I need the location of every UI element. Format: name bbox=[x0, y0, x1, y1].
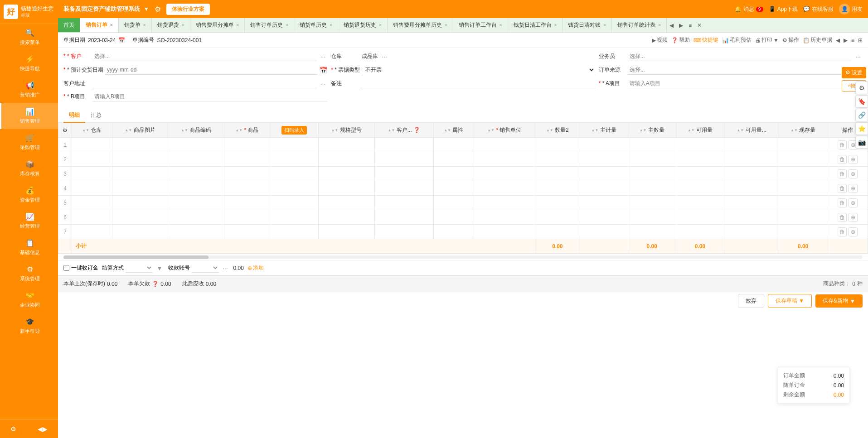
save-new-button[interactable]: 保存&新增 ▼ bbox=[815, 294, 863, 308]
notes-input[interactable] bbox=[360, 79, 595, 88]
save-new-dropdown-icon[interactable]: ▼ bbox=[850, 298, 855, 304]
tab-close-icon[interactable]: × bbox=[110, 23, 113, 28]
detail-tab-summary[interactable]: 汇总 bbox=[85, 109, 107, 123]
invoice-type-select[interactable]: 不开票 bbox=[362, 65, 595, 75]
row-5-copy-btn[interactable]: ⊕ bbox=[849, 198, 858, 207]
side-panel-settings-btn[interactable]: ⚙ bbox=[855, 82, 868, 94]
tab-invoice-history[interactable]: 销货单历史 × bbox=[294, 18, 338, 33]
tab-close-icon-10[interactable]: × bbox=[554, 23, 557, 28]
row-1-delete-btn[interactable]: 🗑 bbox=[838, 140, 847, 149]
sidebar-item-inventory[interactable]: 📦 库存核算 bbox=[0, 155, 58, 182]
tab-close-icon-6[interactable]: × bbox=[330, 23, 332, 28]
address-more-btn[interactable]: ··· bbox=[319, 80, 328, 87]
barcode-scan-btn[interactable]: 扫码录入 bbox=[281, 126, 307, 135]
online-service-btn[interactable]: 💬 在线客服 bbox=[803, 5, 834, 13]
sort-available-qty[interactable]: ▲▼ bbox=[688, 128, 695, 132]
side-panel-star-btn[interactable]: ⭐ bbox=[855, 122, 868, 135]
topbar-settings-icon[interactable]: ⚙ bbox=[155, 5, 161, 14]
sidebar-settings-btn[interactable]: ⚙ bbox=[9, 424, 18, 434]
shortcut-action[interactable]: ⌨ 快捷键 bbox=[693, 36, 718, 44]
tab-close-icon-7[interactable]: × bbox=[379, 23, 382, 28]
tab-close-icon-3[interactable]: × bbox=[182, 23, 184, 28]
scrollbar-thumb[interactable] bbox=[63, 255, 209, 259]
bank-more-btn[interactable]: ··· bbox=[221, 265, 230, 272]
save-draft-dropdown-icon[interactable]: ▼ bbox=[799, 298, 804, 304]
print-action[interactable]: 🖨 打印 ▼ bbox=[755, 36, 779, 44]
a-project-input[interactable] bbox=[628, 79, 863, 88]
b-project-input[interactable] bbox=[92, 92, 327, 101]
detail-tab-detail[interactable]: 明细 bbox=[63, 109, 85, 123]
delivery-calendar-icon[interactable]: 📅 bbox=[320, 67, 327, 74]
tab-close-icon-11[interactable]: × bbox=[603, 23, 606, 28]
row-6-delete-btn[interactable]: 🗑 bbox=[838, 213, 847, 222]
sidebar-item-sales[interactable]: 📊 销售管理 bbox=[0, 103, 58, 129]
quick-checkout-checkbox[interactable] bbox=[63, 265, 69, 271]
row-2-delete-btn[interactable]: 🗑 bbox=[838, 155, 847, 164]
row-7-copy-btn[interactable]: ⊕ bbox=[849, 227, 858, 236]
sidebar-item-marketing[interactable]: 📢 营销推广 bbox=[0, 77, 58, 103]
sidebar-item-navigation[interactable]: ⚡ 快捷导航 bbox=[0, 50, 58, 77]
side-panel-link-btn[interactable]: 🔗 bbox=[855, 109, 868, 121]
row-1-spec[interactable] bbox=[318, 138, 374, 152]
sidebar-item-management[interactable]: 📈 经营管理 bbox=[0, 208, 58, 234]
row-3-delete-btn[interactable]: 🗑 bbox=[838, 169, 847, 178]
order-source-input[interactable] bbox=[628, 65, 863, 75]
sidebar-item-search[interactable]: 🔍 搜索菜单 bbox=[0, 24, 58, 50]
sidebar-item-purchase[interactable]: 🛒 采购管理 bbox=[0, 129, 58, 155]
row-1-attributes[interactable] bbox=[433, 138, 474, 152]
side-panel-bookmark-btn[interactable]: 🔖 bbox=[855, 95, 868, 108]
row-3-copy-btn[interactable]: ⊕ bbox=[849, 169, 858, 178]
side-panel-scan-btn[interactable]: 📷 bbox=[855, 136, 868, 149]
tab-sales-order-history[interactable]: 销售订单历史 × bbox=[245, 18, 294, 33]
tab-close-icon-12[interactable]: × bbox=[658, 23, 661, 28]
tab-close-icon-9[interactable]: × bbox=[499, 23, 502, 28]
tab-home[interactable]: 首页 bbox=[58, 18, 80, 33]
row-1-unit[interactable] bbox=[474, 138, 535, 152]
tab-daily-workbench[interactable]: 钱货日清工作台 × bbox=[508, 18, 563, 33]
row-1-main-qty[interactable] bbox=[628, 138, 676, 152]
row-5-delete-btn[interactable]: 🗑 bbox=[838, 198, 847, 207]
row-2-warehouse[interactable] bbox=[72, 152, 112, 167]
message-btn[interactable]: 🔔 消息 9 bbox=[735, 5, 763, 13]
tab-prev-btn[interactable]: ◀ bbox=[667, 18, 676, 33]
row-7-delete-btn[interactable]: 🗑 bbox=[838, 227, 847, 236]
customer-more-btn[interactable]: ··· bbox=[319, 53, 328, 60]
sort-main-qty[interactable]: ▲▼ bbox=[640, 128, 647, 132]
view-action[interactable]: ▶ 视频 bbox=[652, 36, 668, 44]
sort-available-qty2[interactable]: ▲▼ bbox=[737, 128, 744, 132]
help-action[interactable]: ❓ 帮助 bbox=[671, 36, 690, 44]
save-draft-button[interactable]: 保存草稿 ▼ bbox=[768, 294, 812, 308]
warehouse-more-btn[interactable]: ··· bbox=[380, 53, 389, 60]
staff-more-btn[interactable]: ··· bbox=[853, 53, 863, 60]
staff-input[interactable] bbox=[628, 52, 852, 61]
profit-action[interactable]: 📊 毛利预估 bbox=[722, 36, 752, 44]
list-view-btn[interactable]: ≡ bbox=[851, 37, 854, 43]
row-1-qty2[interactable] bbox=[535, 138, 580, 152]
nav-next-btn[interactable]: ▶ bbox=[844, 37, 848, 43]
tab-expense-history[interactable]: 销售费用分摊单历史 × bbox=[388, 18, 453, 33]
sidebar-item-collaboration[interactable]: 🤝 企业协同 bbox=[0, 287, 58, 313]
sort-customer-code[interactable]: ▲▼ bbox=[388, 128, 395, 132]
settings-btn[interactable]: ⚙ 设置 bbox=[842, 67, 866, 78]
calendar-icon[interactable]: 📅 bbox=[118, 37, 125, 43]
sort-spec[interactable]: ▲▼ bbox=[331, 128, 339, 132]
tab-next-btn[interactable]: ▶ bbox=[676, 18, 686, 33]
row-2-copy-btn[interactable]: ⊕ bbox=[849, 155, 858, 164]
sort-image[interactable]: ▲▼ bbox=[125, 128, 132, 132]
tab-sales-expense[interactable]: 销售费用分摊单 × bbox=[190, 18, 245, 33]
tab-close-all-btn[interactable]: ✕ bbox=[694, 18, 704, 33]
tab-sales-order[interactable]: 销售订单 × bbox=[80, 18, 119, 33]
sort-attributes[interactable]: ▲▼ bbox=[444, 128, 451, 132]
sidebar-item-guide[interactable]: 🎓 新手引导 bbox=[0, 313, 58, 339]
tab-more-btn[interactable]: ≡ bbox=[686, 18, 694, 33]
row-6-copy-btn[interactable]: ⊕ bbox=[849, 213, 858, 222]
tab-order-stats[interactable]: 销售订单统计表 × bbox=[612, 18, 667, 33]
customer-input[interactable] bbox=[92, 52, 317, 61]
tab-close-icon-2[interactable]: × bbox=[143, 23, 146, 28]
nav-prev-btn[interactable]: ◀ bbox=[836, 37, 840, 43]
row-1-customer-code[interactable] bbox=[374, 138, 433, 152]
sort-code[interactable]: ▲▼ bbox=[181, 128, 188, 132]
tab-sales-return[interactable]: 销货退货 × bbox=[152, 18, 190, 33]
tab-daily-reconciliation[interactable]: 钱货日清对账 × bbox=[563, 18, 612, 33]
history-action[interactable]: 📋 历史单据 bbox=[803, 36, 832, 44]
